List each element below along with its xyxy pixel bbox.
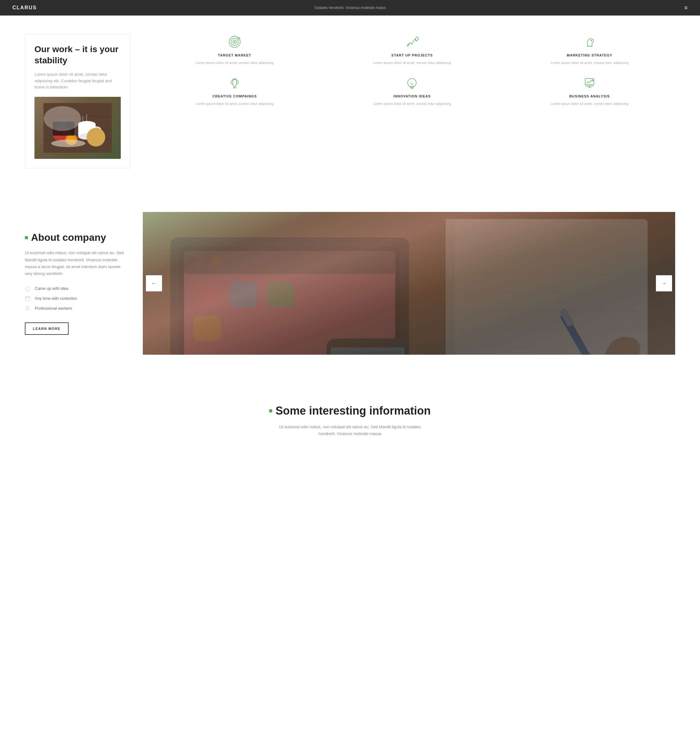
section-our-work: Our work – it is your stability Lorem ip… <box>0 16 700 187</box>
svg-point-17 <box>234 41 235 42</box>
feature-desc-3: Lorem ipsum dolor sit amet, consec tetur… <box>149 101 320 107</box>
work-image <box>34 97 121 159</box>
svg-rect-82 <box>446 219 455 355</box>
innovation-icon <box>404 75 420 90</box>
feature-desc-5: Lorem ipsum dolor sit amet, consec tetur… <box>504 101 675 107</box>
feature-desc-2: Lorem ipsum dolor sit amet, consec tetur… <box>504 60 675 66</box>
svg-line-48 <box>143 343 675 348</box>
svg-rect-68 <box>326 339 409 355</box>
svg-rect-69 <box>331 348 405 355</box>
svg-rect-13 <box>53 122 75 136</box>
work-description: Lorem ipsum dolor sit amet, consec tetur… <box>34 71 121 90</box>
work-heading: Our work – it is your stability <box>34 44 121 66</box>
list-item-time: Any time with conection <box>25 296 124 301</box>
svg-point-12 <box>51 140 85 147</box>
svg-rect-58 <box>180 247 400 355</box>
svg-point-61 <box>194 255 205 266</box>
hamburger-icon[interactable]: ≡ <box>684 5 688 11</box>
about-list: Came up with idea Any time with conectio… <box>25 286 124 311</box>
section-info: Some interesting information Ut euismod … <box>0 379 700 450</box>
section-about: About company Ut euismod odio metus, non… <box>0 187 700 379</box>
list-item-idea: Came up with idea <box>25 286 124 292</box>
feature-startup-projects: START UP PROJECTS Lorem ipsum dolor sit … <box>327 34 498 66</box>
marketing-icon <box>582 34 597 50</box>
heading-dot <box>25 236 28 239</box>
svg-rect-63 <box>194 281 221 307</box>
svg-rect-59 <box>184 251 395 355</box>
feature-marketing-strategy: MARKETING STRATEGY Lorem ipsum dolor sit… <box>504 34 675 66</box>
carousel-prev-button[interactable]: ← <box>146 275 162 292</box>
svg-rect-65 <box>267 281 294 307</box>
about-photo <box>143 212 675 355</box>
svg-line-19 <box>240 38 240 39</box>
svg-point-24 <box>591 40 592 41</box>
about-photo-svg <box>143 212 675 355</box>
feature-desc-0: Lorem ipsum dolor sit amet, consec tetur… <box>149 60 320 66</box>
work-left-panel: Our work – it is your stability Lorem ip… <box>25 34 130 168</box>
svg-rect-64 <box>230 281 258 307</box>
navbar-logo: CLARUS <box>12 5 37 11</box>
svg-rect-45 <box>143 212 675 355</box>
navbar-marquee: Sodales hendrerit. Vivamus molestie matu… <box>314 6 386 10</box>
feature-title-2: MARKETING STRATEGY <box>504 53 675 57</box>
svg-point-44 <box>27 306 29 308</box>
svg-rect-75 <box>446 219 648 355</box>
feature-business: BUSINESS ANALYSIS Lorem ipsum dolor sit … <box>504 75 675 107</box>
svg-point-6 <box>78 133 95 140</box>
svg-rect-71 <box>334 350 402 355</box>
work-image-svg <box>44 103 112 153</box>
svg-rect-70 <box>334 350 402 355</box>
about-left-panel: About company Ut euismod odio metus, non… <box>25 232 124 334</box>
carousel-next-button[interactable]: → <box>656 275 672 292</box>
feature-title-1: START UP PROJECTS <box>327 53 498 57</box>
svg-rect-57 <box>170 237 409 355</box>
navbar: CLARUS Sodales hendrerit. Vivamus molest… <box>0 0 700 16</box>
list-item-workers: Professional workers <box>25 306 124 311</box>
feature-title-5: BUSINESS ANALYSIS <box>504 94 675 98</box>
work-features-grid: TARGET MARKET Lorem ipsum dolor sit amet… <box>149 34 675 106</box>
svg-line-47 <box>143 251 675 256</box>
learn-more-button[interactable]: LEARN MORE <box>25 323 69 335</box>
svg-rect-66 <box>194 315 221 342</box>
lightbulb-icon <box>25 286 30 292</box>
feature-target-market: TARGET MARKET Lorem ipsum dolor sit amet… <box>149 34 320 66</box>
svg-rect-40 <box>25 297 30 301</box>
creative-icon <box>227 75 242 90</box>
about-description: Ut euismod odio metus, non volutpat elit… <box>25 250 124 277</box>
svg-rect-83 <box>559 312 621 355</box>
svg-point-8 <box>59 120 66 126</box>
feature-desc-4: Lorem ipsum dolor sit amet, consec tetur… <box>327 101 498 107</box>
user-icon <box>25 306 30 311</box>
svg-rect-31 <box>585 78 594 85</box>
svg-point-62 <box>211 255 222 266</box>
svg-marker-27 <box>233 78 236 80</box>
info-heading: Some interesting information <box>25 404 675 417</box>
feature-desc-1: Lorem ipsum dolor sit amet, consec tetur… <box>327 60 498 66</box>
feature-title-3: CREATIVE COMPAINGS <box>149 94 320 98</box>
about-image-container: ← → <box>143 212 675 355</box>
svg-rect-60 <box>184 251 395 274</box>
startup-icon <box>404 34 420 50</box>
feature-creative: CREATIVE COMPAINGS Lorem ipsum dolor sit… <box>149 75 320 107</box>
feature-innovation: INNOVATION IDEAS Lorem ipsum dolor sit a… <box>327 75 498 107</box>
business-icon <box>582 75 597 90</box>
svg-rect-84 <box>559 307 574 327</box>
about-heading: About company <box>25 232 124 243</box>
info-description: Ut euismod odio metus, non volutpat elit… <box>273 424 428 437</box>
feature-title-4: INNOVATION IDEAS <box>327 94 498 98</box>
calendar-icon <box>25 296 30 301</box>
target-market-icon <box>227 34 242 50</box>
info-heading-dot <box>269 409 272 412</box>
feature-title-0: TARGET MARKET <box>149 53 320 57</box>
